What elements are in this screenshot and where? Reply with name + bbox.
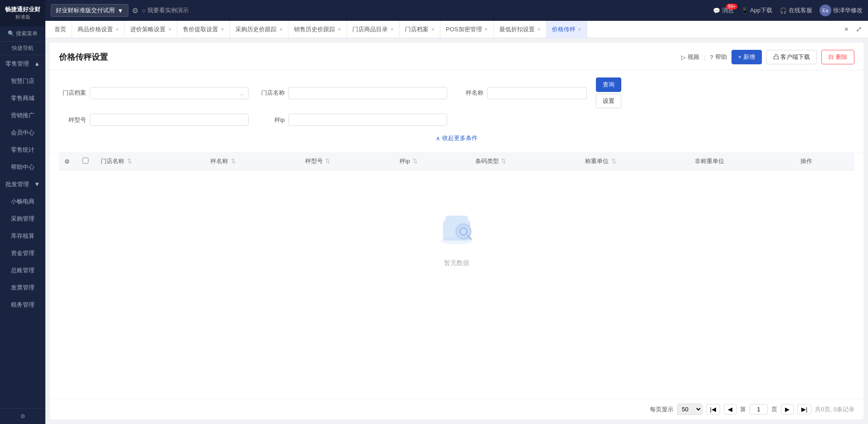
arrow-up-icon: ▲ (34, 60, 40, 67)
sidebar-item-purchase[interactable]: 采购管理 (0, 210, 45, 227)
sidebar-item-smart-store[interactable]: 智慧门店 (0, 72, 45, 90)
sidebar-item-finance[interactable]: 资金管理 (0, 245, 45, 262)
sidebar-item-retail-mall[interactable]: 零售商城 (0, 90, 45, 107)
sort-weight-unit-icon[interactable]: ⇅ (611, 158, 616, 164)
app-version: 标准版 (4, 14, 42, 20)
filter-scale-model: 秤型号 (59, 114, 249, 126)
chevron-down-icon: ▼ (117, 7, 123, 14)
close-tab-min-discount[interactable]: × (537, 26, 541, 33)
tab-price-scale[interactable]: 价格传秤 × (546, 21, 587, 38)
download-button[interactable]: 凸 客户端下载 (766, 50, 817, 64)
messages-action[interactable]: 💬 消息 99+ (713, 6, 734, 14)
col-scale-ip: 秤ip ⇅ (394, 153, 470, 170)
sidebar-item-invoice[interactable]: 发票管理 (0, 279, 45, 296)
scale-name-input[interactable] (487, 87, 587, 99)
online-service-action[interactable]: 🎧 在线客服 (780, 6, 812, 14)
store-archive-dots-icon[interactable]: ... (236, 87, 248, 99)
sidebar-item-ecommerce[interactable]: 小畅电商 (0, 193, 45, 210)
delete-button[interactable]: 自 删除 (821, 50, 854, 64)
sidebar-item-inventory[interactable]: 库存核算 (0, 227, 45, 245)
sort-store-name-icon[interactable]: ⇅ (127, 158, 132, 164)
close-tab-price-setting[interactable]: × (116, 26, 119, 33)
sidebar-item-retail[interactable]: 零售管理 ▲ (0, 55, 45, 72)
column-settings-icon[interactable]: ⚙ (64, 158, 70, 165)
close-tab-sale-price[interactable]: × (221, 26, 224, 33)
first-page-button[interactable]: |◀ (706, 404, 720, 414)
filter-row-2: 秤型号 秤ip (59, 114, 854, 126)
tab-home[interactable]: 首页 (49, 21, 72, 38)
tab-min-discount[interactable]: 最低折扣设置 × (494, 21, 546, 38)
app-download-action[interactable]: 📱 App下载 (741, 6, 772, 14)
tab-store-catalog[interactable]: 门店商品目录 × (347, 21, 400, 38)
version-dropdown[interactable]: 好业财标准版交付试用 ▼ (51, 4, 128, 17)
collapse-button[interactable]: ∧ 收起更多条件 (436, 134, 478, 142)
video-icon: ▷ (681, 54, 686, 61)
filter-scale-ip: 秤ip (258, 114, 447, 126)
filter-scale-name: 秤名称 (456, 87, 587, 99)
tabbar: 首页 商品价格设置 × 进价策略设置 × 售价提取设置 × 采购历史价跟踪 × … (45, 21, 868, 38)
sidebar-settings[interactable]: ⚙ (0, 408, 45, 424)
close-tab-purchase-history[interactable]: × (279, 26, 283, 33)
expand-tabs-icon[interactable]: ⤢ (853, 24, 864, 34)
sort-scale-model-icon[interactable]: ⇅ (325, 158, 330, 164)
last-page-button[interactable]: ▶| (797, 404, 811, 414)
collapse-row: ∧ 收起更多条件 (59, 131, 854, 145)
tab-purchase-strategy[interactable]: 进价策略设置 × (125, 21, 177, 38)
table-area: ⚙ 门店名称 ⇅ 秤名称 ⇅ (50, 153, 863, 399)
tab-purchase-history[interactable]: 采购历史价跟踪 × (230, 21, 288, 38)
tab-pos[interactable]: POS加密管理 × (440, 21, 493, 38)
prev-page-button[interactable]: ◀ (724, 404, 736, 414)
data-table: ⚙ 门店名称 ⇅ 秤名称 ⇅ (59, 153, 854, 170)
close-tab-purchase-strategy[interactable]: × (168, 26, 171, 33)
demo-label: 我要看实例演示 (147, 6, 189, 14)
help-label: 帮助 (715, 53, 727, 61)
scale-model-input[interactable] (90, 114, 249, 126)
page-suffix-label: 页 (771, 405, 777, 414)
topbar-demo[interactable]: ○ 我要看实例演示 (142, 6, 189, 14)
sidebar-item-help[interactable]: 帮助中心 (0, 159, 45, 176)
tab-sale-price[interactable]: 售价提取设置 × (177, 21, 230, 38)
sidebar-logo[interactable]: 畅捷通好业财 标准版 (0, 0, 45, 26)
scale-ip-input[interactable] (288, 114, 447, 126)
close-all-tabs-icon[interactable]: × (842, 24, 851, 34)
pagination-bar: 每页显示 50 10 20 100 |◀ ◀ 算 页 ▶ ▶| 共0页, 0条记… (50, 399, 863, 419)
sidebar-item-wholesale[interactable]: 批发管理 ▼ (0, 176, 45, 193)
next-page-button[interactable]: ▶ (781, 404, 794, 414)
page-size-select[interactable]: 50 10 20 100 (677, 404, 702, 415)
user-menu[interactable]: Ea 徐泽华修改 (819, 5, 863, 16)
store-archive-input[interactable] (90, 87, 236, 99)
sort-barcode-type-icon[interactable]: ⇅ (501, 158, 506, 164)
page-number-input[interactable] (750, 404, 768, 414)
sidebar-item-retail-stats[interactable]: 零售统计 (0, 141, 45, 159)
sidebar: 畅捷通好业财 标准版 🔍 搜索菜单 快捷导航 零售管理 ▲ 智慧门店 零售商城 … (0, 0, 45, 424)
tab-price-setting[interactable]: 商品价格设置 × (72, 21, 125, 38)
close-tab-store-archive[interactable]: × (431, 26, 434, 33)
sidebar-item-ledger[interactable]: 总账管理 (0, 262, 45, 279)
store-name-input[interactable] (288, 87, 447, 99)
sidebar-search[interactable]: 🔍 搜索菜单 (0, 26, 45, 42)
sort-scale-ip-icon[interactable]: ⇅ (413, 158, 418, 164)
close-tab-store-catalog[interactable]: × (390, 26, 394, 33)
sort-scale-name-icon[interactable]: ⇅ (231, 158, 236, 164)
store-archive-input-wrapper: ... (90, 87, 249, 99)
tab-sales-history[interactable]: 销售历史价跟踪 × (288, 21, 347, 38)
help-link[interactable]: ? 帮助 (710, 53, 727, 61)
add-button[interactable]: + 新增 (731, 50, 762, 64)
settings-filter-button[interactable]: 设置 (596, 94, 621, 108)
tab-store-archive[interactable]: 门店档案 × (400, 21, 440, 38)
sidebar-item-marketing[interactable]: 营销推广 (0, 107, 45, 124)
sidebar-item-tax[interactable]: 税务管理 (0, 296, 45, 313)
sidebar-quick-nav[interactable]: 快捷导航 (0, 42, 45, 55)
select-all-checkbox[interactable] (83, 158, 88, 164)
topbar-right: 💬 消息 99+ 📱 App下载 🎧 在线客服 Ea 徐泽华修改 (713, 5, 863, 16)
close-tab-pos[interactable]: × (485, 26, 488, 33)
close-tab-price-scale[interactable]: × (578, 26, 581, 33)
app-download-icon: 📱 (741, 7, 748, 14)
video-link[interactable]: ▷ 视频 (681, 53, 699, 61)
tabbar-actions: × ⤢ (842, 24, 864, 34)
sidebar-item-member[interactable]: 会员中心 (0, 124, 45, 141)
topbar-settings-icon[interactable]: ⚙ (132, 6, 138, 15)
close-tab-sales-history[interactable]: × (338, 26, 341, 33)
page-prefix-label: 算 (740, 405, 746, 414)
search-button[interactable]: 查询 (596, 77, 621, 92)
